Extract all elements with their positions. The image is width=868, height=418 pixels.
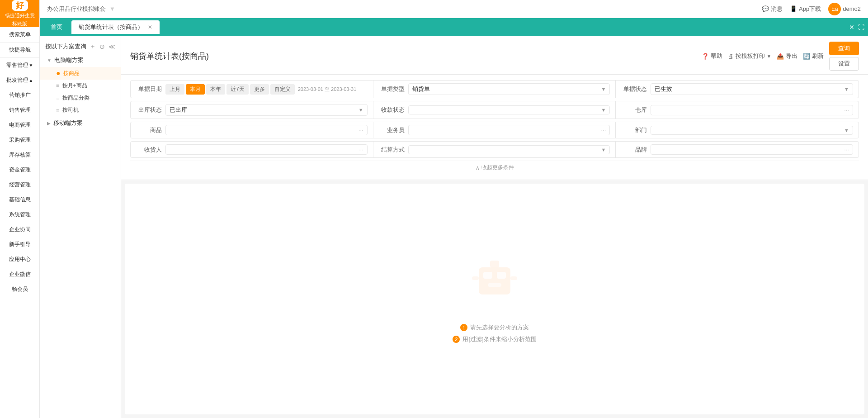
- doc-status-label: 单据状态: [621, 85, 651, 93]
- recipient-dots: ···: [359, 146, 363, 153]
- left-panel-title: 按以下方案查询: [45, 43, 86, 51]
- tree-item-by-month-product[interactable]: ≡ 按月+商品: [40, 80, 121, 92]
- main-area: 办公用品行业模拟账套 ▼ 💬 消息 📱 App下载 Ea demo2 首页 销货…: [40, 0, 868, 418]
- sidebar-item-basic[interactable]: 基础信息: [0, 192, 39, 207]
- sidebar-item-system[interactable]: 系统管理: [0, 207, 39, 222]
- doc-status-select[interactable]: 已生效 ▼: [651, 83, 853, 95]
- date-btn-last-month[interactable]: 上月: [165, 84, 184, 95]
- query-button[interactable]: 查询: [829, 42, 859, 55]
- export-label: 导出: [786, 52, 797, 60]
- doc-type-arrow: ▼: [601, 86, 606, 92]
- topbar-right: 💬 消息 📱 App下载 Ea demo2: [762, 3, 861, 15]
- date-btn-more[interactable]: 更多: [250, 84, 269, 95]
- maximize-window-icon[interactable]: ⛶: [858, 24, 864, 31]
- tab-close-btn[interactable]: ✕: [148, 24, 152, 30]
- date-btn-this-year[interactable]: 本年: [206, 84, 225, 95]
- sidebar-item-sales[interactable]: 销售管理: [0, 103, 39, 118]
- tree-arrow-desktop: ▼: [47, 58, 52, 63]
- content-area: 按以下方案查询 ＋ ⊙ ≪ ▼ 电脑端方案 ● 按商品 ≡ 按月+商品 ≡: [40, 36, 868, 418]
- salesperson-select[interactable]: ···: [408, 125, 610, 135]
- sidebar-item-apps[interactable]: 应用中心: [0, 252, 39, 267]
- settings-button[interactable]: 设置: [829, 57, 859, 71]
- svg-rect-3: [488, 283, 501, 287]
- tree-arrow-mobile: ▶: [47, 121, 51, 126]
- refresh-icon: 🔄: [803, 53, 810, 60]
- payment-status-select[interactable]: ▼: [408, 105, 610, 114]
- right-panel: 销货单统计表(按商品) ❓ 帮助 🖨 按模板打印 ▼ 📤: [121, 36, 868, 418]
- sidebar-item-guide[interactable]: 新手引导: [0, 237, 39, 252]
- page-title: 销货单统计表(按商品): [130, 51, 209, 62]
- tree-item-by-product[interactable]: ● 按商品: [40, 67, 121, 80]
- logo-text: 畅捷通好生意: [5, 12, 35, 19]
- sidebar-item-operation[interactable]: 经营管理: [0, 177, 39, 192]
- tree-item-cashier-label: 按司机: [62, 106, 79, 114]
- app-download-btn[interactable]: 📱 App下载: [790, 5, 821, 13]
- tab-report[interactable]: 销货单统计表（按商品） ✕: [71, 20, 160, 34]
- tree-group-mobile-label: 移动端方案: [53, 119, 83, 127]
- settlement-select[interactable]: ▼: [408, 145, 610, 154]
- date-btn-this-month[interactable]: 本月: [186, 84, 205, 95]
- warehouse-status-cell: 出库状态 已出库 ▼: [131, 101, 373, 119]
- add-scheme-btn[interactable]: ＋: [90, 43, 96, 51]
- department-select[interactable]: ▼: [651, 126, 853, 135]
- refresh-btn[interactable]: 🔄 刷新: [803, 52, 824, 60]
- date-btn-7days[interactable]: 近7天: [226, 84, 249, 95]
- settlement-cell: 结算方式 ▼: [373, 142, 616, 157]
- refresh-label: 刷新: [812, 52, 824, 60]
- sidebar-item-wholesale[interactable]: 批发管理 ▲: [0, 73, 39, 88]
- warehouse-cell: 仓库 ···: [616, 101, 859, 119]
- sidebar-item-member[interactable]: 畅会员: [0, 282, 39, 297]
- tab-home[interactable]: 首页: [43, 20, 70, 34]
- sidebar-item-ecommerce[interactable]: 电商管理: [0, 118, 39, 133]
- product-select[interactable]: ···: [165, 125, 368, 135]
- print-icon: 🖨: [728, 53, 734, 60]
- app-logo[interactable]: 好 畅捷通好生意 标账版: [0, 0, 39, 27]
- settlement-arrow: ▼: [601, 147, 606, 152]
- date-btn-custom[interactable]: 自定义: [270, 84, 295, 95]
- sidebar-item-wechat[interactable]: 企业微信: [0, 267, 39, 282]
- help-btn[interactable]: ❓ 帮助: [702, 52, 722, 60]
- topbar: 办公用品行业模拟账套 ▼ 💬 消息 📱 App下载 Ea demo2: [40, 0, 868, 18]
- step2-num: 2: [453, 336, 460, 343]
- step1-text: 请先选择要分析的方案: [470, 323, 529, 332]
- sidebar-item-inventory[interactable]: 库存核算: [0, 147, 39, 162]
- collapse-filter-btn[interactable]: ∧ 收起更多条件: [130, 161, 859, 174]
- sidebar-item-finance[interactable]: 资金管理: [0, 162, 39, 177]
- brand-dots: ···: [844, 146, 849, 153]
- department-arrow: ▼: [844, 128, 849, 133]
- sidebar-item-retail[interactable]: 零售管理 ▼: [0, 58, 39, 73]
- print-btn[interactable]: 🖨 按模板打印 ▼: [728, 52, 771, 60]
- brand-select[interactable]: ···: [651, 144, 853, 155]
- sidebar-item-cooperation[interactable]: 企业协同: [0, 222, 39, 237]
- close-window-icon[interactable]: ✕: [849, 24, 854, 31]
- avatar: Ea: [828, 3, 841, 15]
- collapse-panel-btn[interactable]: ≪: [108, 43, 115, 50]
- warehouse-select[interactable]: ···: [651, 105, 853, 115]
- tree-item-by-cashier[interactable]: ≡ 按司机: [40, 104, 121, 116]
- settlement-label: 结算方式: [379, 146, 408, 154]
- empty-state: 1 请先选择要分析的方案 2 用[过滤]条件来缩小分析范围: [125, 184, 864, 414]
- recipient-label: 收货人: [136, 146, 165, 154]
- doc-type-select[interactable]: 销货单 ▼: [408, 83, 610, 95]
- left-panel-icons: ＋ ⊙ ≪: [90, 43, 115, 51]
- quick-nav[interactable]: 快捷导航: [0, 43, 39, 58]
- tree-group-mobile[interactable]: ▶ 移动端方案: [40, 116, 121, 130]
- export-btn[interactable]: 📤 导出: [777, 52, 797, 60]
- tree-group-desktop[interactable]: ▼ 电脑端方案: [40, 53, 121, 67]
- doc-status-filter-cell: 单据状态 已生效 ▼: [616, 81, 859, 98]
- edit-scheme-btn[interactable]: ⊙: [99, 43, 105, 50]
- message-btn[interactable]: 💬 消息: [762, 5, 783, 13]
- warehouse-label: 仓库: [621, 106, 651, 114]
- recipient-select[interactable]: ···: [165, 144, 368, 155]
- warehouse-status-select[interactable]: 已出库 ▼: [165, 104, 368, 116]
- search-menu[interactable]: 搜索菜单: [0, 27, 39, 43]
- tree-item-by-category[interactable]: ≡ 按商品分类: [40, 92, 121, 104]
- tree-item-category-label: 按商品分类: [62, 94, 90, 102]
- doc-status-value: 已生效: [655, 85, 672, 93]
- tree-item-by-product-label: 按商品: [63, 70, 80, 77]
- user-avatar-btn[interactable]: Ea demo2: [828, 3, 861, 15]
- step2-text: 用[过滤]条件来缩小分析范围: [462, 335, 536, 343]
- sidebar-item-marketing[interactable]: 营销推广: [0, 88, 39, 103]
- logo-subtext: 标账版: [12, 20, 27, 27]
- sidebar-item-purchase[interactable]: 采购管理: [0, 133, 39, 147]
